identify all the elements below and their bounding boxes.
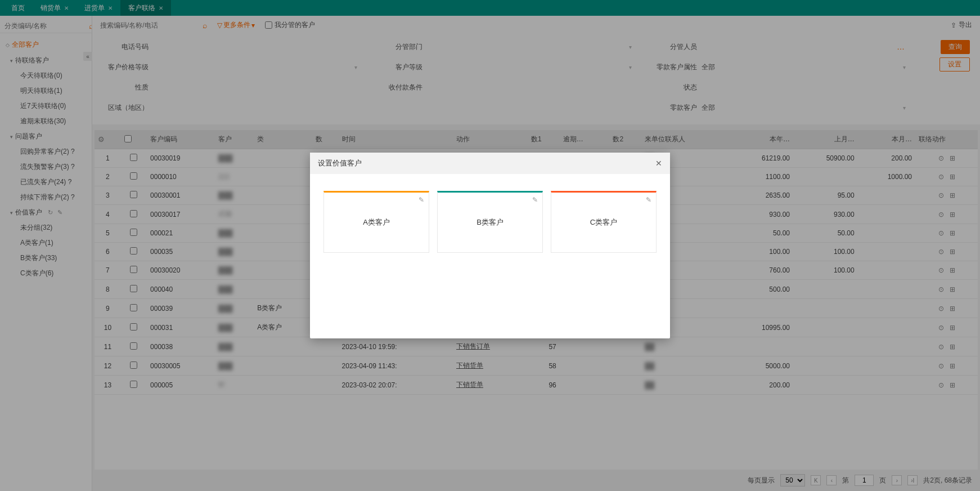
- modal-body: ✎A类客户 ✎B类客户 ✎C类客户: [310, 174, 670, 270]
- card-label: A类客户: [363, 217, 390, 227]
- edit-icon[interactable]: ✎: [532, 196, 538, 204]
- edit-icon[interactable]: ✎: [419, 196, 424, 204]
- close-icon[interactable]: ✕: [655, 159, 662, 168]
- edit-icon[interactable]: ✎: [646, 196, 651, 204]
- card-class-b[interactable]: ✎B类客户: [437, 191, 543, 253]
- card-label: C类客户: [590, 217, 617, 227]
- modal-header: 设置价值客户 ✕: [310, 153, 670, 174]
- modal-value-customer: 设置价值客户 ✕ ✎A类客户 ✎B类客户 ✎C类客户: [310, 153, 670, 338]
- card-label: B类客户: [476, 217, 504, 227]
- card-class-c[interactable]: ✎C类客户: [551, 191, 657, 253]
- modal-title: 设置价值客户: [318, 158, 362, 168]
- card-class-a[interactable]: ✎A类客户: [323, 191, 429, 253]
